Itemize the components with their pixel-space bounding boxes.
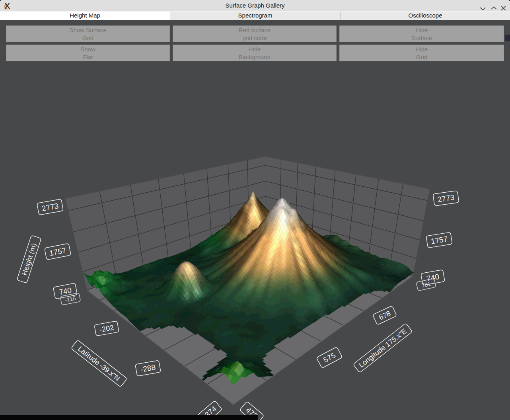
- svg-text:2773: 2773: [41, 201, 59, 213]
- svg-text:Longitude 175.x"E: Longitude 175.x"E: [357, 327, 408, 369]
- svg-text:575: 575: [322, 351, 337, 364]
- svg-text:1757: 1757: [430, 235, 448, 246]
- svg-text:-202: -202: [99, 323, 115, 334]
- svg-text:Latitude -39.x"N: Latitude -39.x"N: [76, 345, 122, 383]
- svg-text:2773: 2773: [437, 193, 455, 204]
- svg-text:-116: -116: [64, 295, 76, 303]
- svg-text:-288: -288: [140, 363, 156, 374]
- svg-text:Height (m): Height (m): [20, 242, 38, 276]
- svg-text:1757: 1757: [49, 246, 67, 258]
- svg-text:781: 781: [421, 281, 431, 289]
